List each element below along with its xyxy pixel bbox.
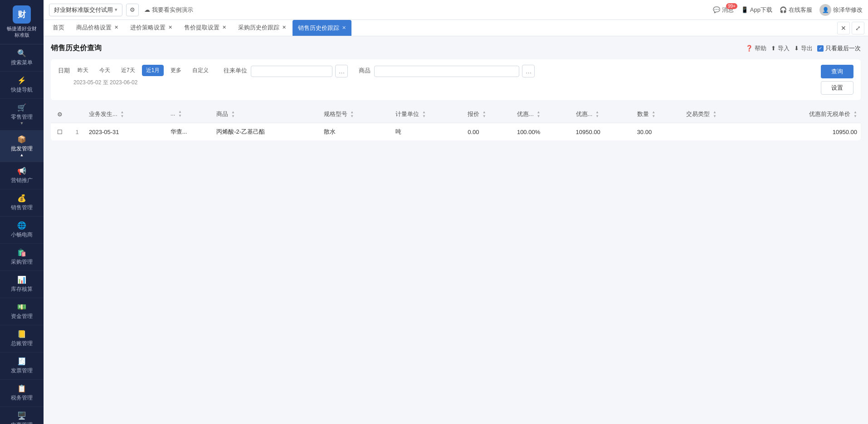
- cell-discount1: 100.00%: [513, 123, 572, 141]
- sidebar-item-label: 营销推广: [11, 177, 33, 184]
- data-table: ⚙ 业务发生... ▲▼ ... ▲▼ 商品 ▲▼: [51, 106, 861, 140]
- export-btn[interactable]: ⬇ 导出: [794, 44, 813, 53]
- version-selector-text: 好业财标准版交付试用: [54, 6, 113, 14]
- sidebar-item-label: 库存核算: [11, 285, 33, 293]
- wholesale-icon: 📦: [17, 135, 26, 144]
- sort-icon: ▲▼: [713, 111, 717, 119]
- tab-sale-extract[interactable]: 售价提取设置 ✕: [179, 20, 232, 36]
- online-service-btn[interactable]: 🎧 在线客服: [780, 6, 812, 14]
- from-unit-label: 往来单位: [224, 65, 247, 75]
- tax-icon: 📋: [17, 384, 26, 393]
- sidebar-item-ecommerce-small[interactable]: 🌐 小畅电商: [0, 217, 44, 244]
- sort-icon: ▲▼: [120, 111, 124, 119]
- cell-checkbox[interactable]: ☐: [51, 123, 69, 141]
- sidebar-item-search[interactable]: 🔍 搜索菜单: [0, 44, 44, 72]
- tab-maximize-btn[interactable]: ⤢: [852, 22, 864, 34]
- sidebar-item-ecommerce[interactable]: 🖥️ 电商管理: [0, 407, 44, 424]
- from-unit-dots-btn[interactable]: …: [335, 65, 348, 77]
- th-unit[interactable]: 计量单位 ▲▼: [392, 106, 464, 123]
- tab-close-icon[interactable]: ✕: [168, 24, 172, 30]
- th-product[interactable]: 商品 ▲▼: [213, 106, 320, 123]
- settings-btn[interactable]: 设置: [821, 81, 853, 95]
- tabbar-actions: ✕ ⤢: [837, 22, 864, 34]
- th-discount1[interactable]: 优惠... ▲▼: [513, 106, 572, 123]
- date-btn-today[interactable]: 今天: [95, 65, 114, 76]
- only-last-checkbox[interactable]: 只看最后一次: [817, 44, 861, 53]
- chevron-up-icon: ▲: [20, 153, 24, 157]
- th-trans-type[interactable]: 交易类型 ▲▼: [683, 106, 755, 123]
- from-unit-input[interactable]: [251, 66, 332, 77]
- page-header: 销售历史价查询 ❓ 帮助 ⬆ 导入 ⬇ 导出 只看最后一次: [51, 43, 861, 53]
- sidebar-item-general-ledger[interactable]: 📒 总账管理: [0, 325, 44, 352]
- messages-btn[interactable]: 💬 消息 99+: [713, 6, 734, 14]
- filter-actions: 查询 设置: [821, 65, 853, 95]
- row-checkbox[interactable]: ☐: [57, 129, 63, 135]
- ecommerce-small-icon: 🌐: [17, 221, 26, 230]
- tab-close-icon[interactable]: ✕: [342, 25, 346, 31]
- sidebar-item-quick-nav[interactable]: ⚡ 快捷导航: [0, 72, 44, 99]
- cell-extra: 华查...: [167, 123, 213, 141]
- tab-purchase-history[interactable]: 采购历史价跟踪 ✕: [233, 20, 292, 36]
- sidebar-item-inventory[interactable]: 📊 库存核算: [0, 271, 44, 298]
- sidebar-logo: 财 畅捷通好业财标准版: [0, 0, 44, 44]
- sidebar-item-invoice[interactable]: 🧾 发票管理: [0, 352, 44, 380]
- import-btn[interactable]: ⬆ 导入: [771, 44, 790, 53]
- date-btn-yesterday[interactable]: 昨天: [73, 65, 93, 76]
- help-icon: ❓: [746, 45, 753, 52]
- sidebar-item-purchase[interactable]: 🛍️ 采购管理: [0, 244, 44, 271]
- cell-trans-type: [683, 123, 755, 141]
- th-quantity[interactable]: 数量 ▲▼: [634, 106, 683, 123]
- version-selector[interactable]: 好业财标准版交付试用 ▾: [49, 4, 122, 16]
- tab-product-price-label: 商品价格设置: [76, 24, 112, 32]
- sidebar-item-marketing[interactable]: 📢 营销推广: [0, 162, 44, 189]
- query-btn[interactable]: 查询: [821, 65, 853, 78]
- checkbox-icon: [817, 45, 824, 52]
- tab-close-btn[interactable]: ✕: [837, 22, 850, 34]
- tab-close-icon[interactable]: ✕: [222, 24, 226, 30]
- table-row: ☐ 1 2023-05-31 华查... 丙烯酸-2-乙基己酯: [51, 123, 861, 141]
- sidebar-item-retail[interactable]: 🛒 零售管理 ▼: [0, 99, 44, 130]
- purchase-icon: 🛍️: [17, 248, 26, 257]
- help-label: 帮助: [755, 44, 766, 53]
- date-btn-7days[interactable]: 近7天: [117, 65, 139, 76]
- sidebar-item-sales[interactable]: 💰 销售管理: [0, 189, 44, 217]
- table-header-row: ⚙ 业务发生... ▲▼ ... ▲▼ 商品 ▲▼: [51, 106, 861, 123]
- product-input-group: …: [374, 65, 535, 77]
- sidebar: 财 畅捷通好业财标准版 🔍 搜索菜单 ⚡ 快捷导航 🛒 零售管理 ▼ 📦 批发管…: [0, 0, 44, 424]
- sidebar-item-finance[interactable]: 💵 资金管理: [0, 298, 44, 325]
- th-biz-date[interactable]: 业务发生... ▲▼: [85, 106, 167, 123]
- demo-btn[interactable]: ☁ 我要看实例演示: [144, 6, 193, 14]
- message-icon: 💬: [713, 6, 720, 13]
- sidebar-item-wholesale[interactable]: 📦 批发管理 ▲: [0, 130, 44, 162]
- app-download-btn[interactable]: 📱 App下载: [741, 6, 772, 14]
- th-spec[interactable]: 规格型号 ▲▼: [320, 106, 392, 123]
- sort-icon: ▲▼: [483, 111, 486, 119]
- th-price[interactable]: 报价 ▲▼: [464, 106, 513, 123]
- th-discount2[interactable]: 优惠... ▲▼: [572, 106, 634, 123]
- date-btn-more[interactable]: 更多: [166, 65, 185, 76]
- tab-home-label: 首页: [53, 24, 64, 32]
- settings-gear-btn[interactable]: ⚙: [126, 4, 139, 16]
- date-btn-custom[interactable]: 自定义: [188, 65, 213, 76]
- product-dots-btn[interactable]: …: [522, 65, 535, 77]
- tab-purchase-strategy[interactable]: 进价策略设置 ✕: [125, 20, 178, 36]
- th-no-tax-price[interactable]: 优惠前无税单价 ▲▼: [755, 106, 861, 123]
- user-name: 徐泽华修改: [833, 6, 863, 14]
- help-btn[interactable]: ❓ 帮助: [746, 44, 766, 53]
- tab-close-icon[interactable]: ✕: [114, 24, 118, 30]
- user-profile-btn[interactable]: 👤 徐泽华修改: [819, 4, 863, 16]
- sidebar-item-label: 采购管理: [11, 258, 33, 266]
- th-settings[interactable]: ⚙: [51, 106, 69, 123]
- date-btn-1month[interactable]: 近1月: [142, 65, 164, 76]
- product-input[interactable]: [374, 66, 519, 77]
- tab-home[interactable]: 首页: [47, 20, 70, 36]
- tab-product-price[interactable]: 商品价格设置 ✕: [71, 20, 124, 36]
- th-num: [69, 106, 85, 123]
- tab-close-icon[interactable]: ✕: [282, 24, 286, 30]
- cell-spec: 散水: [320, 123, 392, 141]
- sidebar-item-tax[interactable]: 📋 税务管理: [0, 380, 44, 407]
- sidebar-item-label: 发票管理: [11, 367, 33, 375]
- th-extra[interactable]: ... ▲▼: [167, 106, 213, 123]
- chevron-down-icon: ▾: [115, 7, 117, 13]
- tab-sales-history[interactable]: 销售历史价跟踪 ✕: [293, 20, 351, 36]
